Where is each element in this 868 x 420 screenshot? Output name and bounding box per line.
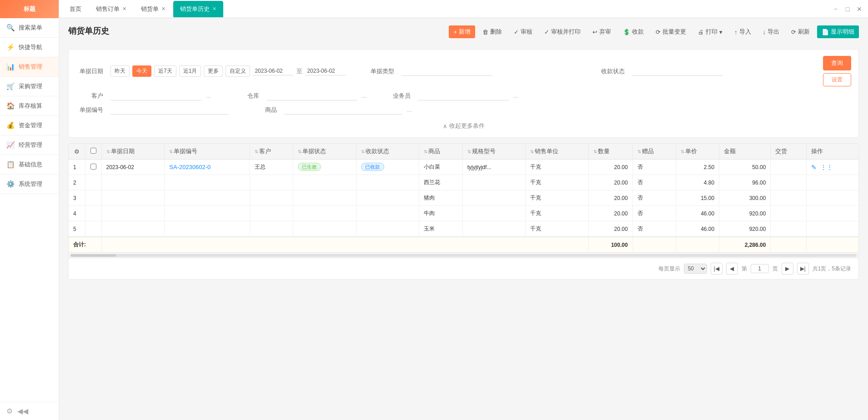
tab-close-btn[interactable]: ✕ [854, 4, 864, 14]
col-unit-price[interactable]: ⇅ 单价 [676, 144, 719, 160]
doc-num-cell[interactable] [165, 221, 250, 237]
tab-sales-order[interactable]: 销售订单 ✕ [89, 1, 133, 17]
customer-dots[interactable]: ... [206, 92, 211, 99]
warehouse-input[interactable] [266, 91, 357, 100]
cart-icon: 🛒 [6, 82, 15, 90]
checkbox-cell[interactable] [85, 160, 101, 175]
tab-sales-history[interactable]: 销货单历史 ✕ [173, 1, 223, 17]
col-doc-num[interactable]: ⇅ 单据编号 [165, 144, 250, 160]
checkbox-cell[interactable] [85, 206, 101, 221]
warehouse-dots[interactable]: ... [362, 92, 367, 99]
collapse-icon[interactable]: ◀◀ [17, 407, 28, 415]
col-gift[interactable]: ⇅ 赠品 [632, 144, 676, 160]
col-sale-unit[interactable]: ⇅ 销售单位 [526, 144, 589, 160]
page-title: 销货单历史 [68, 25, 109, 36]
row-checkbox[interactable] [90, 164, 96, 170]
per-page-select[interactable]: 50 20 100 [684, 264, 707, 274]
doc-num-cell[interactable] [165, 175, 250, 190]
goods-control: ... [284, 105, 412, 115]
checkbox-cell[interactable] [85, 221, 101, 237]
col-doc-date[interactable]: ⇅ 单据日期 [101, 144, 165, 160]
col-collect-status[interactable]: ⇅ 收款状态 [356, 144, 419, 160]
sidebar-item-system-mgmt[interactable]: ⚙️ 系统管理 [0, 175, 59, 194]
collect-button[interactable]: 💲 收款 [618, 25, 648, 38]
print-button[interactable]: 🖨 打印 ▾ [693, 25, 727, 38]
date-1month-btn[interactable]: 近1月 [179, 65, 201, 77]
select-all-checkbox[interactable] [90, 148, 96, 154]
collect-status-select[interactable] [632, 66, 723, 76]
doc-num-cell[interactable] [165, 206, 250, 221]
salesman-dots[interactable]: ... [513, 92, 518, 99]
new-button[interactable]: + 新增 [449, 25, 475, 38]
goods-input[interactable] [284, 105, 402, 115]
sidebar-item-search-menu[interactable]: 🔍 搜索菜单 [0, 18, 59, 38]
horizontal-scrollbar[interactable] [69, 252, 858, 258]
tab-maximize-btn[interactable]: □ [843, 4, 853, 14]
date-yesterday-btn[interactable]: 昨天 [110, 65, 130, 77]
tab-minimize-btn[interactable]: － [831, 4, 841, 14]
date-custom-btn[interactable]: 自定义 [226, 65, 250, 77]
customer-input[interactable] [110, 91, 201, 100]
tab-close-sales-history[interactable]: ✕ [212, 6, 216, 12]
date-7days-btn[interactable]: 近7天 [154, 65, 176, 77]
checkbox-cell[interactable] [85, 190, 101, 206]
col-spec-type[interactable]: ⇅ 规格型号 [462, 144, 526, 160]
table-settings-icon[interactable]: ⚙ [74, 148, 80, 155]
import-button[interactable]: ↑ 导入 [730, 25, 756, 38]
date-more-btn[interactable]: 更多 [204, 65, 223, 77]
page-next-btn[interactable]: ▶ [782, 263, 793, 275]
tab-close-sales-delivery[interactable]: ✕ [161, 6, 166, 12]
checkbox-cell[interactable] [85, 175, 101, 190]
delete-button[interactable]: 🗑 删除 [478, 25, 507, 38]
filter-collapse-btn[interactable]: ∧ 收起更多条件 [76, 119, 851, 131]
col-customer[interactable]: ⇅ 客户 [250, 144, 293, 160]
tab-home[interactable]: 首页 [63, 1, 88, 17]
date-today-btn[interactable]: 今天 [132, 65, 151, 77]
col-settings[interactable]: ⚙ [69, 144, 85, 160]
doc-num-link[interactable]: SA-20230602-0 [169, 164, 211, 170]
page-input[interactable] [751, 264, 769, 273]
sidebar-item-sales-mgmt[interactable]: 📊 销售管理 [0, 57, 59, 77]
col-checkbox[interactable] [85, 144, 101, 160]
audit-button[interactable]: ✓ 审核 [509, 25, 537, 38]
doc-num-control [110, 105, 229, 115]
doc-num-cell[interactable] [165, 190, 250, 206]
query-button[interactable]: 查询 [823, 56, 851, 70]
sidebar-item-finance-mgmt[interactable]: 💰 资金管理 [0, 116, 59, 135]
sidebar-item-quick-nav[interactable]: ⚡ 快捷导航 [0, 38, 59, 57]
date-from-input[interactable] [253, 67, 294, 75]
home-icon: 🏠 [6, 102, 15, 110]
sidebar-item-inventory-calc[interactable]: 🏠 库存核算 [0, 96, 59, 116]
batch-change-button[interactable]: ⟳ 批量变更 [651, 25, 691, 38]
abandon-button[interactable]: ↩ 弃审 [588, 25, 616, 38]
set-button[interactable]: 设置 [823, 73, 851, 86]
refresh-button[interactable]: ⟳ 刷新 [787, 25, 814, 38]
settings-bottom-icon[interactable]: ⚙ [6, 407, 13, 415]
goods-cell: 小白菜 [419, 160, 462, 175]
page-first-btn[interactable]: |◀ [711, 263, 722, 275]
scrollbar-thumb[interactable] [70, 254, 116, 257]
doc-num-cell[interactable]: SA-20230602-0 [165, 160, 250, 175]
goods-dots[interactable]: ... [407, 106, 412, 113]
more-icon[interactable]: ⋮⋮ [820, 164, 833, 171]
sale-unit-cell: 千克 [526, 175, 589, 190]
page-last-btn[interactable]: ▶| [797, 263, 809, 275]
salesman-input[interactable] [418, 91, 509, 100]
audit-print-button[interactable]: ✓ 审核并打印 [540, 25, 585, 38]
date-to-input[interactable] [305, 67, 346, 75]
sidebar-item-basic-info[interactable]: 📋 基础信息 [0, 155, 59, 175]
page-prev-btn[interactable]: ◀ [726, 263, 738, 275]
display-detail-button[interactable]: 📄 显示明细 [817, 25, 859, 38]
doc-type-select[interactable] [401, 66, 492, 76]
export-button[interactable]: ↓ 导出 [758, 25, 784, 38]
col-quantity[interactable]: ⇅ 数量 [589, 144, 632, 160]
col-doc-status[interactable]: ⇅ 单据状态 [293, 144, 356, 160]
sidebar-item-purchase-mgmt[interactable]: 🛒 采购管理 [0, 77, 59, 96]
col-goods[interactable]: ⇅ 商品 [419, 144, 462, 160]
filter-row-2: 客户 ... 仓库 ... 业务员 ... [76, 91, 851, 100]
tab-sales-delivery[interactable]: 销货单 ✕ [134, 1, 172, 17]
tab-close-sales-order[interactable]: ✕ [122, 6, 126, 12]
doc-num-input[interactable] [110, 105, 229, 115]
sidebar-item-operation-mgmt[interactable]: 📈 经营管理 [0, 135, 59, 155]
edit-icon[interactable]: ✎ [811, 164, 817, 171]
